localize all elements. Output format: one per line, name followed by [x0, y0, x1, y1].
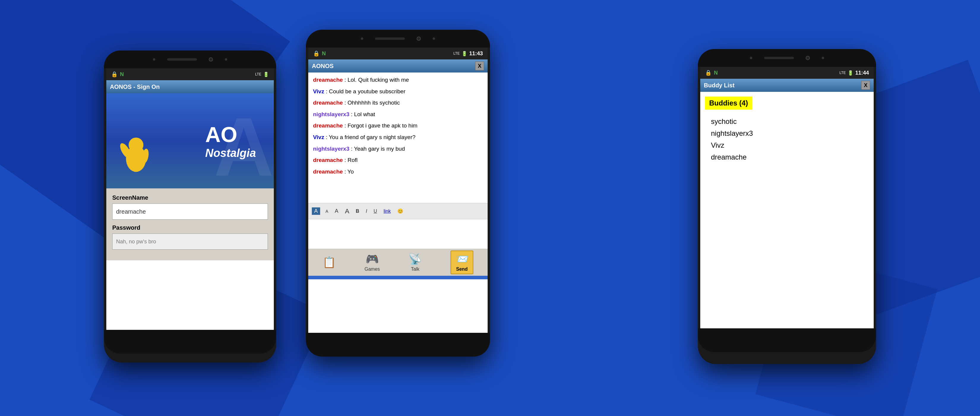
password-input[interactable]: [112, 234, 268, 250]
msg-text-4: : Lol what: [351, 111, 375, 117]
buddy-sychotic[interactable]: sychotic: [705, 116, 869, 128]
msg-user-2: Vivz: [313, 88, 324, 94]
n-icon-r: N: [714, 70, 718, 76]
msg-user-5: dreamache: [313, 123, 343, 129]
toolbar-bold-btn[interactable]: B: [355, 208, 361, 215]
send-btn[interactable]: 📨 Send: [450, 250, 473, 274]
signal-icon: LTE: [255, 72, 261, 77]
bottom-stripe: [308, 276, 488, 279]
phone-left-top: [104, 51, 276, 69]
signon-logo-area: A AO Nostalgia: [106, 93, 274, 188]
phone-right-bottom: [698, 328, 876, 352]
msg-9: dreamache : Yo: [313, 168, 483, 176]
send-icon: 📨: [455, 253, 469, 265]
msg-4: nightslayerx3 : Lol what: [313, 110, 483, 119]
chat-titlebar: AONOS X: [308, 59, 488, 72]
screenname-input[interactable]: [112, 204, 268, 220]
signal-icon-c: LTE: [453, 51, 460, 56]
camera-c: [417, 37, 421, 41]
lock-icon: 🔒: [111, 71, 118, 78]
toolbar-font-color-btn[interactable]: A: [312, 207, 320, 215]
buddy-close-button[interactable]: X: [861, 81, 870, 90]
phone-left-screen: 🔒 N LTE 🔋 AONOS - Sign On A: [106, 69, 274, 330]
talk-label: Talk: [411, 266, 419, 272]
status-left-left: 🔒 N: [111, 71, 124, 78]
buddy-list-content: Buddies (4) sychotic nightslayerx3 Vivz …: [700, 92, 874, 168]
msg-user-7: nightslayerx3: [313, 146, 350, 152]
msg-user-3: dreamache: [313, 100, 343, 106]
speaker-rl: [750, 57, 752, 59]
games-btn[interactable]: 🎮 Games: [365, 253, 380, 272]
speaker-right: [225, 58, 227, 61]
msg-text-7: : Yeah gary is my bud: [351, 146, 405, 152]
toolbar-font-small-btn[interactable]: A: [324, 208, 329, 214]
games-icon: 🎮: [366, 253, 379, 265]
toolbar-font-medium-btn[interactable]: A: [334, 207, 339, 215]
chat-input-area[interactable]: [308, 219, 488, 249]
phone-left: 🔒 N LTE 🔋 AONOS - Sign On A: [104, 51, 276, 362]
camera-r: [806, 56, 810, 60]
password-label: Password: [112, 224, 268, 231]
phone-center-top: [306, 30, 490, 48]
speaker-bar-left: [167, 58, 197, 61]
msg-7: nightslayerx3 : Yeah gary is my bud: [313, 145, 483, 153]
status-right-center: LTE 🔋 11:43: [453, 51, 483, 57]
chat-toolbar: A A A A B I U link 😊: [308, 203, 488, 219]
screenname-label: ScreenName: [112, 194, 268, 201]
toolbar-link-btn[interactable]: link: [382, 208, 392, 215]
phone-center-screen: 🔒 N LTE 🔋 11:43 AONOS X dreamache : Lol.…: [308, 48, 488, 333]
msg-text-9: : Yo: [345, 169, 354, 175]
aim-character-icon: [118, 135, 154, 182]
games-label: Games: [365, 266, 380, 272]
toolbar-underline-btn[interactable]: U: [372, 208, 378, 215]
msg-user-6: Vivz: [313, 134, 324, 140]
status-bar-right: 🔒 N LTE 🔋 11:44: [700, 67, 874, 79]
phone-right-top: [698, 49, 876, 67]
chat-icon-btn[interactable]: 📋: [323, 256, 336, 269]
msg-1: dreamache : Lol. Quit fucking with me: [313, 76, 483, 84]
msg-text-3: : Ohhhhhh its sychotic: [345, 100, 400, 106]
msg-user-4: nightslayerx3: [313, 111, 350, 117]
msg-6: Vivz : You a friend of gary s night slay…: [313, 134, 483, 142]
status-right-left: LTE 🔋: [255, 72, 269, 77]
speaker-left: [153, 58, 155, 61]
buddy-dreamache[interactable]: dreamache: [705, 151, 869, 163]
phone-right: 🔒 N LTE 🔋 11:44 Buddy List X Buddies (4)…: [698, 49, 876, 364]
toolbar-font-large-btn[interactable]: A: [344, 207, 350, 216]
signon-title: AONOS - Sign On: [110, 83, 160, 90]
speaker-cl: [361, 37, 363, 40]
toolbar-emoji-btn[interactable]: 😊: [396, 208, 404, 215]
phone-right-screen: 🔒 N LTE 🔋 11:44 Buddy List X Buddies (4)…: [700, 67, 874, 328]
talk-btn[interactable]: 📡 Talk: [408, 253, 422, 272]
msg-5: dreamache : Forgot i gave the apk to him: [313, 122, 483, 130]
phone-center: 🔒 N LTE 🔋 11:43 AONOS X dreamache : Lol.…: [306, 30, 490, 357]
buddy-vivz[interactable]: Vivz: [705, 139, 869, 151]
toolbar-italic-btn[interactable]: I: [365, 208, 368, 215]
n-icon-c: N: [322, 51, 326, 57]
status-bar-left: 🔒 N LTE 🔋: [106, 69, 274, 80]
msg-text-1: : Lol. Quit fucking with me: [345, 77, 409, 83]
lock-icon-c: 🔒: [313, 50, 320, 57]
signon-titlebar: AONOS - Sign On: [106, 80, 274, 93]
talk-icon: 📡: [408, 253, 422, 265]
lock-icon-r: 🔒: [705, 70, 711, 76]
buddies-header: Buddies (4): [705, 97, 752, 110]
phone-center-bottom: [306, 333, 490, 357]
battery-icon-r: 🔋: [848, 70, 853, 76]
signon-form: ScreenName Password: [106, 188, 274, 260]
signal-icon-r: LTE: [840, 71, 846, 75]
buddy-nightslayerx3[interactable]: nightslayerx3: [705, 128, 869, 139]
n-icon: N: [120, 71, 124, 78]
chat-messages: dreamache : Lol. Quit fucking with me Vi…: [308, 72, 488, 203]
close-button[interactable]: X: [475, 62, 484, 70]
chat-bottom-bar: 📋 🎮 Games 📡 Talk 📨 Send: [308, 249, 488, 276]
status-bar-center: 🔒 N LTE 🔋 11:43: [308, 48, 488, 59]
buddy-titlebar: Buddy List X: [700, 79, 874, 92]
msg-user-9: dreamache: [313, 169, 343, 175]
status-right-right: LTE 🔋 11:44: [840, 70, 869, 76]
svg-point-1: [129, 137, 143, 153]
speaker-bar-r: [764, 57, 794, 59]
msg-text-8: : Rofl: [345, 157, 358, 163]
send-label: Send: [456, 266, 468, 272]
msg-user-8: dreamache: [313, 157, 343, 163]
